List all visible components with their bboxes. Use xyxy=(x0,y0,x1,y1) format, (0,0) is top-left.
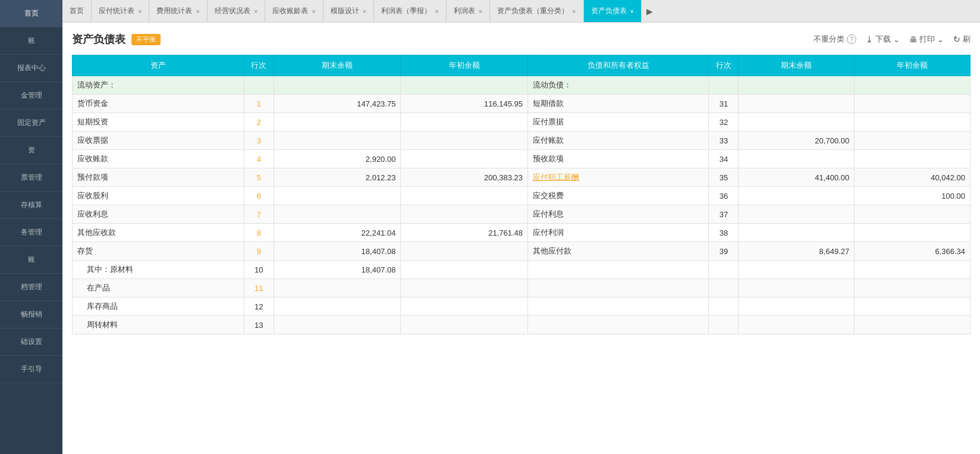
tab-profit[interactable]: 利润表 × xyxy=(447,0,490,23)
table-row: 其他应收款 8 22,241.04 21,761.48 应付利润 38 xyxy=(73,224,970,242)
sidebar-item-report-center[interactable]: 报表中心 xyxy=(0,55,62,82)
tab-expense-stat[interactable]: 费用统计表 × xyxy=(149,0,207,23)
section-right-begin xyxy=(855,76,970,95)
left-name: 应收利息 xyxy=(73,205,244,224)
left-name: 应收票据 xyxy=(73,131,244,150)
left-name: 其他应收款 xyxy=(73,224,244,242)
left-end-val: 2,920.00 xyxy=(274,150,401,168)
right-name: 预收款项 xyxy=(528,150,709,168)
tab-expense-stat-label: 费用统计表 xyxy=(156,6,192,16)
tab-payable-stat-close[interactable]: × xyxy=(138,8,142,15)
right-row-num: 37 xyxy=(709,205,739,224)
tab-balance[interactable]: 资产负债表 × xyxy=(584,0,642,23)
tab-bar: 首页 应付统计表 × 费用统计表 × 经营状况表 × 应收账龄表 × 模版设计 … xyxy=(62,0,980,23)
left-row-num: 12 xyxy=(244,298,274,316)
tab-business-stat-close[interactable]: × xyxy=(254,8,257,15)
right-name: 其他应付款 xyxy=(528,242,709,261)
tab-profit-quarterly[interactable]: 利润表（季报） × xyxy=(374,0,446,23)
right-end-val xyxy=(739,279,855,298)
tab-expense-stat-close[interactable]: × xyxy=(196,8,199,15)
section-left-row xyxy=(244,76,274,95)
right-begin-val xyxy=(855,261,970,279)
left-begin-val xyxy=(401,205,528,224)
classify-label: 不重分类 xyxy=(813,34,844,45)
right-name: 应付票据 xyxy=(528,113,709,131)
download-label: 下载 xyxy=(875,34,891,45)
right-name: 应付职工薪酬 xyxy=(528,168,709,187)
main-area: 首页 应付统计表 × 费用统计表 × 经营状况表 × 应收账龄表 × 模版设计 … xyxy=(62,0,980,454)
right-end-val: 8,649.27 xyxy=(739,242,855,261)
tab-home[interactable]: 首页 xyxy=(62,0,92,23)
right-row-num: 36 xyxy=(709,187,739,205)
right-name: 应交税费 xyxy=(528,187,709,205)
tab-balance-close[interactable]: × xyxy=(630,8,634,15)
right-end-val xyxy=(739,298,855,316)
tab-payable-stat[interactable]: 应付统计表 × xyxy=(92,0,149,23)
right-end-val xyxy=(739,187,855,205)
sidebar-item-fund[interactable]: 金管理 xyxy=(0,82,62,109)
col-header-assets: 资产 xyxy=(73,55,244,76)
col-header-end-right: 期末余额 xyxy=(739,55,855,76)
refresh-action[interactable]: ↻ 刷 xyxy=(953,34,970,45)
tab-profit-close[interactable]: × xyxy=(479,8,482,15)
sidebar-item-archive[interactable]: 档管理 xyxy=(0,274,62,301)
left-row-num: 13 xyxy=(244,316,274,334)
tab-home-label: 首页 xyxy=(70,6,84,16)
tab-receivable-age-close[interactable]: × xyxy=(312,8,315,15)
sidebar-item-fixed-assets[interactable]: 固定资产 xyxy=(0,109,62,137)
right-end-val xyxy=(739,316,855,334)
print-icon: 🖶 xyxy=(909,35,917,44)
tab-business-stat[interactable]: 经营状况表 × xyxy=(208,0,265,23)
download-icon: ⤓ xyxy=(866,35,873,44)
print-action[interactable]: 🖶 打印 ⌄ xyxy=(909,34,944,45)
tab-template-design-close[interactable]: × xyxy=(363,8,366,15)
tab-balance-reclassify[interactable]: 资产负债表（重分类） × xyxy=(490,0,583,23)
left-row-num: 5 xyxy=(244,168,274,187)
right-end-val xyxy=(739,205,855,224)
tab-receivable-age-label: 应收账龄表 xyxy=(272,6,308,16)
section-right: 流动负债： xyxy=(528,76,709,95)
tab-business-stat-label: 经营状况表 xyxy=(215,6,250,16)
page-title: 资产负债表 xyxy=(72,32,125,46)
left-row-num: 8 xyxy=(244,224,274,242)
sidebar-item-guide[interactable]: 手引导 xyxy=(0,356,62,383)
right-begin-val: 40,042.00 xyxy=(855,168,970,187)
table-row: 存货 9 18,407.08 其他应付款 39 8,649.27 6,366.3… xyxy=(73,242,970,261)
refresh-label: 刷 xyxy=(963,34,970,45)
col-header-liabilities: 负债和所有者权益 xyxy=(528,55,709,76)
right-end-val xyxy=(739,113,855,131)
sidebar-item-home[interactable]: 首页 xyxy=(0,0,62,27)
table-row: 其中：原材料 10 18,407.08 xyxy=(73,261,970,279)
section-row: 流动资产： 流动负债： xyxy=(73,76,970,95)
tab-receivable-age[interactable]: 应收账龄表 × xyxy=(265,0,323,23)
sidebar-item-expense[interactable]: 畅报销 xyxy=(0,301,62,328)
tab-balance-reclassify-label: 资产负债表（重分类） xyxy=(497,6,568,16)
right-row-num: 38 xyxy=(709,224,739,242)
table-row: 应收账款 4 2,920.00 预收款项 34 xyxy=(73,150,970,168)
right-row-num xyxy=(709,316,739,334)
left-begin-val xyxy=(401,187,528,205)
unbalanced-badge: 不平衡 xyxy=(131,34,161,45)
right-name: 应付利息 xyxy=(528,205,709,224)
right-row-num: 39 xyxy=(709,242,739,261)
sidebar-item-business[interactable]: 务管理 xyxy=(0,219,62,246)
sidebar-item-ticket[interactable]: 票管理 xyxy=(0,164,62,192)
sidebar-item-account[interactable]: 账 xyxy=(0,27,62,55)
right-begin-val: 6,366.34 xyxy=(855,242,970,261)
sidebar-item-ledger[interactable]: 账 xyxy=(0,246,62,274)
right-row-num xyxy=(709,261,739,279)
sidebar-item-asset[interactable]: 资 xyxy=(0,137,62,164)
right-begin-val xyxy=(855,224,970,242)
download-action[interactable]: ⤓ 下载 ⌄ xyxy=(866,34,900,45)
tab-balance-reclassify-close[interactable]: × xyxy=(572,8,576,15)
tab-profit-quarterly-close[interactable]: × xyxy=(435,8,438,15)
help-icon[interactable]: ? xyxy=(847,35,856,44)
left-begin-val xyxy=(401,150,528,168)
classify-action[interactable]: 不重分类 ? xyxy=(813,34,856,45)
sidebar-item-inventory[interactable]: 存核算 xyxy=(0,192,62,219)
tab-arrow-right[interactable]: ▶ xyxy=(642,7,658,16)
tab-template-design[interactable]: 模版设计 × xyxy=(323,0,374,23)
sidebar-item-settings[interactable]: 础设置 xyxy=(0,328,62,356)
right-begin-val xyxy=(855,279,970,298)
col-header-row-right: 行次 xyxy=(709,55,739,76)
